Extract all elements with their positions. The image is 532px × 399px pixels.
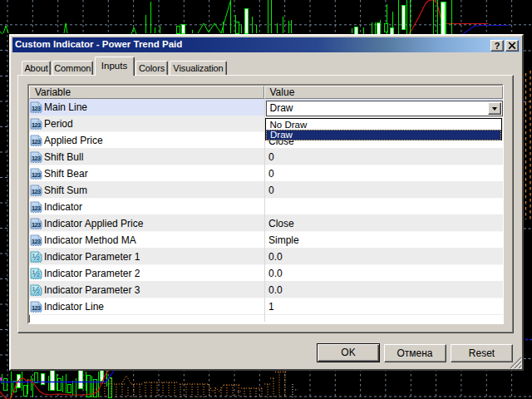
svg-text:123: 123 — [32, 238, 41, 245]
svg-text:123: 123 — [32, 121, 41, 129]
svg-text:123: 123 — [32, 138, 41, 145]
svg-text:½: ½ — [32, 268, 40, 278]
svg-text:½: ½ — [32, 252, 40, 262]
svg-text:123: 123 — [32, 204, 41, 212]
svg-text:123: 123 — [32, 171, 41, 179]
svg-text:123: 123 — [32, 221, 41, 229]
svg-text:123: 123 — [32, 188, 41, 195]
svg-text:123: 123 — [32, 155, 41, 162]
svg-text:123: 123 — [32, 304, 41, 312]
svg-text:123: 123 — [32, 105, 41, 112]
svg-text:½: ½ — [32, 285, 40, 295]
